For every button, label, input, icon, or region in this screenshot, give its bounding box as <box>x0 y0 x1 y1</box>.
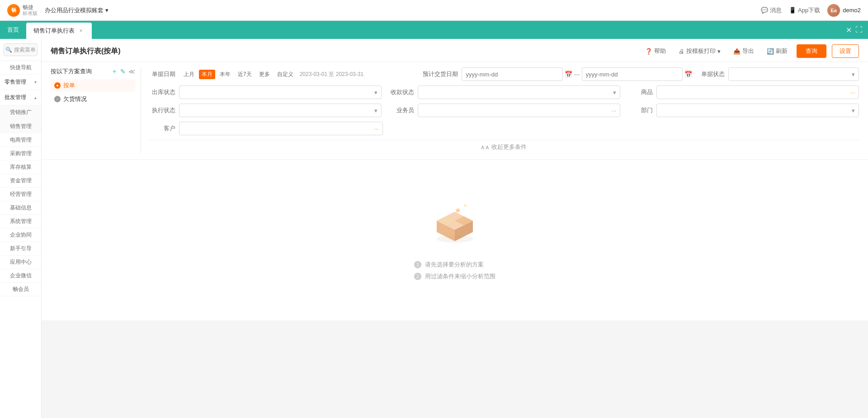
salesperson-label: 业务员 <box>387 106 414 114</box>
chevron-down-icon: ▾ <box>374 107 377 114</box>
goods-select[interactable]: ··· <box>656 86 859 99</box>
calendar-start-icon[interactable]: 📅 <box>565 71 572 78</box>
filter-row-4: 客户 ··· <box>148 122 859 135</box>
more-icon: ··· <box>850 89 855 96</box>
search-menu-button[interactable]: 🔍 搜索菜单 <box>4 43 38 56</box>
empty-tips-list: 1 请先选择要分析的方案 2 用过滤条件来缩小分析范围 <box>414 261 495 284</box>
chevron-down-icon: ▾ <box>852 71 855 78</box>
filter-scheme-header: 按以下方案查询 ＋ ✎ ≪ <box>51 67 135 76</box>
export-button[interactable]: 📤 导出 <box>730 45 758 57</box>
chevron-down-icon: ▾ <box>613 89 616 96</box>
close-window-icon[interactable]: ✕ <box>846 26 852 34</box>
print-icon: 🖨 <box>679 48 684 55</box>
filter-row-3: 执行状态 ▾ 业务员 ··· <box>148 104 859 117</box>
refresh-icon: 🔄 <box>767 48 774 55</box>
date-range-text: 2023-03-01 至 2023-03-31 <box>300 71 363 78</box>
dept-label: 部门 <box>626 106 653 114</box>
add-scheme-icon[interactable]: ＋ <box>111 67 118 76</box>
expected-date-end[interactable] <box>582 67 683 81</box>
sidebar: 🔍 搜索菜单 快捷导航 零售管理 ▾ 批发管理 ▴ 营销推广 销售管理 电商管理… <box>0 39 42 418</box>
expected-date-start[interactable] <box>462 67 562 81</box>
edit-scheme-icon[interactable]: ✎ <box>120 68 126 75</box>
salesperson-select[interactable]: ··· <box>418 104 620 117</box>
collapse-scheme-icon[interactable]: ≪ <box>128 68 135 75</box>
app-selector[interactable]: 办公用品行业模拟账套 ▾ <box>41 5 112 16</box>
sidebar-item-ecommerce[interactable]: 电商管理 <box>0 133 41 147</box>
tab-home[interactable]: 首页 <box>0 21 26 39</box>
exec-status-select[interactable]: ▾ <box>179 104 382 117</box>
refresh-button[interactable]: 🔄 刷新 <box>763 45 791 57</box>
customer-select[interactable]: ··· <box>179 122 383 135</box>
chevron-down-icon: ▾ <box>105 7 108 14</box>
filter-fields-panel: 单据日期 上月 本月 本年 近7天 更多 自定义 20 <box>141 67 859 154</box>
btn-custom[interactable]: 自定义 <box>274 70 296 79</box>
expected-date-label: 预计交货日期 <box>423 70 458 78</box>
sidebar-item-wechat[interactable]: 企业微信 <box>0 269 41 283</box>
app-download-button[interactable]: 📱 App下载 <box>789 6 820 14</box>
single-status-select[interactable]: ▾ <box>728 67 859 81</box>
more-icon: ··· <box>611 107 616 114</box>
date-quick-buttons: 上月 本月 本年 近7天 更多 自定义 <box>181 70 296 79</box>
sidebar-subitem-sales[interactable]: 销售管理 <box>0 119 41 133</box>
sidebar-item-basic[interactable]: 基础信息 <box>0 201 41 215</box>
help-button[interactable]: ❓ 帮助 <box>642 45 670 57</box>
sidebar-item-retail[interactable]: 零售管理 ▾ <box>0 75 41 90</box>
download-icon: 📱 <box>789 7 796 14</box>
tab-sales-order[interactable]: 销售订单执行表 × <box>26 23 92 39</box>
scheme-item-按单[interactable]: ● 按单 <box>51 79 135 92</box>
logo-area[interactable]: 畅 畅捷 标准版 <box>7 4 38 17</box>
sidebar-item-business[interactable]: 经营管理 <box>0 188 41 201</box>
sidebar-item-purchase[interactable]: 采购管理 <box>0 147 41 161</box>
user-name: demo2 <box>843 7 861 14</box>
maximize-icon[interactable]: ⛶ <box>855 26 863 34</box>
filter-field-customer: 客户 ··· <box>148 122 383 135</box>
expected-date-range: 📅 — 📅 <box>462 67 692 81</box>
sidebar-item-quicknav[interactable]: 快捷导航 <box>0 61 41 75</box>
logo-text: 畅捷 标准版 <box>23 4 38 17</box>
date-label: 单据日期 <box>148 70 175 78</box>
page-content: 销售订单执行表(按单) ❓ 帮助 🖨 按模板打印 ▾ 📤 导出 <box>42 39 868 320</box>
page-title: 销售订单执行表(按单) <box>51 47 121 56</box>
tab-bar: 首页 销售订单执行表 × ✕ ⛶ <box>0 21 868 39</box>
btn-more[interactable]: 更多 <box>256 70 273 79</box>
filter-field-exec-status: 执行状态 ▾ <box>148 104 382 117</box>
sidebar-subitem-marketing[interactable]: 营销推广 <box>0 105 41 119</box>
btn-last-month[interactable]: 上月 <box>181 70 197 79</box>
more-icon: ··· <box>374 125 379 132</box>
scheme-dot-active: ● <box>54 82 61 89</box>
collapse-button[interactable]: ∧∧ 收起更多条件 <box>148 140 859 154</box>
message-button[interactable]: 💬 消息 <box>761 6 782 14</box>
collect-status-select[interactable]: ▾ <box>418 86 620 99</box>
scheme-item-欠货情况[interactable]: ○ 欠货情况 <box>51 93 135 105</box>
tab-bar-right: ✕ ⛶ <box>846 26 868 34</box>
out-status-select[interactable]: ▾ <box>179 86 382 99</box>
btn-last-7days[interactable]: 近7天 <box>235 70 255 79</box>
calendar-end-icon[interactable]: 📅 <box>684 71 692 78</box>
tab-close-icon[interactable]: × <box>77 27 85 34</box>
filter-field-collect-status: 收款状态 ▾ <box>387 86 620 99</box>
sidebar-item-system[interactable]: 系统管理 <box>0 215 41 228</box>
sidebar-item-inventory[interactable]: 库存核算 <box>0 161 41 174</box>
goods-label: 商品 <box>626 88 653 96</box>
template-print-button[interactable]: 🖨 按模板打印 ▾ <box>675 45 724 57</box>
sidebar-item-enterprise[interactable]: 企业协同 <box>0 228 41 242</box>
content-area: 销售订单执行表(按单) ❓ 帮助 🖨 按模板打印 ▾ 📤 导出 <box>42 39 868 418</box>
chevron-down-icon: ▾ <box>717 48 721 55</box>
filter-field-date: 单据日期 上月 本月 本年 近7天 更多 自定义 20 <box>148 70 417 79</box>
sidebar-item-newguide[interactable]: 新手引导 <box>0 242 41 256</box>
chevron-down-icon: ▾ <box>374 89 377 96</box>
filter-field-single-status: 单据状态 ▾ <box>698 67 859 81</box>
query-button[interactable]: 查询 <box>797 44 826 58</box>
logo-icon: 畅 <box>7 4 20 17</box>
sidebar-item-finance[interactable]: 资金管理 <box>0 174 41 188</box>
sidebar-item-member[interactable]: 畅会员 <box>0 283 41 296</box>
sidebar-item-appcenter[interactable]: 应用中心 <box>0 256 41 269</box>
btn-this-month[interactable]: 本月 <box>199 70 215 79</box>
out-status-label: 出库状态 <box>148 88 175 96</box>
chevron-up-icon: ▴ <box>34 95 37 100</box>
dept-select[interactable]: ▾ <box>656 104 859 117</box>
btn-this-year[interactable]: 本年 <box>217 70 233 79</box>
sidebar-item-wholesale[interactable]: 批发管理 ▴ <box>0 90 41 105</box>
user-area[interactable]: Ea demo2 <box>827 4 861 17</box>
settings-button[interactable]: 设置 <box>832 44 859 58</box>
